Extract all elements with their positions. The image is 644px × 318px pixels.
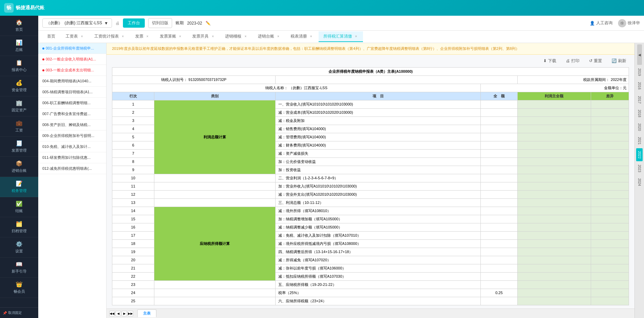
cell-lirun[interactable] — [517, 108, 591, 116]
panel-item-003[interactable]: 003-一般企业成本支出明细... — [38, 65, 106, 76]
tab-purchase-check-close[interactable]: × — [243, 34, 248, 39]
cell-quane[interactable] — [481, 174, 518, 182]
cell-lirun[interactable] — [517, 239, 591, 248]
sidebar-item-report[interactable]: 📋 报表中心 — [0, 56, 38, 76]
tab-salary-close[interactable]: × — [80, 34, 84, 39]
cell-quane[interactable] — [481, 264, 518, 272]
cell-chayi[interactable] — [591, 289, 629, 297]
cell-lirun[interactable] — [517, 280, 591, 289]
sidebar-item-asset[interactable]: 🏢 固定资产 — [0, 96, 38, 116]
panel-item-001[interactable]: 001-企业所得税年度纳税申... — [38, 43, 106, 54]
cell-quane[interactable] — [481, 256, 518, 264]
workbench-button[interactable]: 工作台 — [123, 18, 145, 28]
sidebar-item-tax[interactable]: 📝 税务管理 — [0, 177, 38, 197]
cell-chayi[interactable] — [591, 108, 629, 116]
tab-salary-stat-close[interactable]: × — [121, 34, 125, 39]
cell-chayi[interactable] — [591, 149, 629, 157]
tab-invoice-calc-close[interactable]: × — [178, 34, 182, 39]
tab-invoice-close[interactable]: × — [145, 34, 150, 39]
cell-quane[interactable] — [481, 116, 518, 125]
cell-lirun[interactable] — [517, 198, 591, 207]
cell-quane[interactable] — [481, 272, 518, 280]
cell-chayi[interactable] — [591, 100, 629, 108]
cell-quane[interactable] — [481, 108, 518, 116]
cell-quane[interactable] — [481, 149, 518, 157]
user-info[interactable]: 徐 徐泽华 — [618, 19, 640, 27]
cell-chayi[interactable] — [591, 256, 629, 264]
switch-button[interactable]: 切到旧版 — [148, 18, 172, 28]
sidebar-item-setting[interactable]: ⚙️ 设置 — [0, 237, 38, 258]
cell-chayi[interactable] — [591, 248, 629, 256]
cell-lirun[interactable] — [517, 207, 591, 215]
cell-lirun[interactable] — [517, 141, 591, 149]
sidebar-item-home[interactable]: 🏠 首页 — [0, 16, 38, 36]
tab-tax-calc[interactable]: 所得税汇算清缴 × — [319, 31, 363, 42]
tab-purchase-ledger-close[interactable]: × — [276, 34, 280, 39]
cell-chayi[interactable] — [591, 116, 629, 125]
year-2021[interactable]: 2021 — [636, 134, 643, 147]
tab-invoice[interactable]: 发票 × — [130, 31, 154, 42]
panel-item-008[interactable]: 008-资产折旧、摊销及纳税... — [38, 120, 106, 130]
sidebar-pin[interactable]: 📌 取消固定 — [0, 308, 38, 318]
cell-lirun[interactable] — [517, 157, 591, 166]
cell-quane[interactable] — [481, 223, 518, 231]
nav-prev[interactable]: ◀ — [115, 311, 121, 316]
year-2018[interactable]: 2018 — [636, 107, 643, 120]
nav-last[interactable]: ▶▶ — [128, 311, 133, 316]
cell-quane[interactable] — [481, 215, 518, 223]
tab-salary-stat[interactable]: 工资统计报表 × — [89, 31, 130, 42]
panel-item-005[interactable]: 005-纳税调整项目明细表(A1... — [38, 87, 106, 98]
panel-item-002[interactable]: 002-一般企业收入明细表(A1... — [38, 54, 106, 65]
cell-chayi[interactable] — [591, 174, 629, 182]
year-2016[interactable]: 2016 — [636, 79, 643, 92]
tab-invoice-calc[interactable]: 发票算账 × — [155, 31, 187, 42]
cell-quane[interactable] — [481, 207, 518, 215]
printer-icon[interactable]: 🖨 — [115, 21, 120, 26]
cell-quane[interactable] — [481, 239, 518, 248]
sidebar-item-salary[interactable]: 💼 工资 — [0, 116, 38, 137]
cell-chayi[interactable] — [591, 133, 629, 141]
cell-lirun[interactable] — [517, 215, 591, 223]
year-2017[interactable]: 2017 — [636, 93, 643, 106]
cell-chayi[interactable] — [591, 182, 629, 190]
cell-lirun[interactable] — [517, 100, 591, 108]
nav-first[interactable]: ◀◀ — [109, 311, 115, 316]
cell-chayi[interactable] — [591, 125, 629, 133]
cell-lirun[interactable] — [517, 223, 591, 231]
cell-quane[interactable] — [481, 166, 518, 174]
tab-tax-clear[interactable]: 税表清册 × — [286, 31, 318, 42]
cell-quane[interactable] — [481, 125, 518, 133]
cell-chayi[interactable] — [591, 215, 629, 223]
refresh-button[interactable]: 🔄 刷新 — [609, 57, 629, 65]
panel-item-007[interactable]: 007-广告费和业务宣传费超... — [38, 109, 106, 120]
tab-invoice-open-close[interactable]: × — [211, 34, 215, 39]
cell-quane[interactable] — [481, 248, 518, 256]
panel-item-011[interactable]: 011-研发费用加计扣除优惠... — [38, 152, 106, 163]
cell-lirun[interactable] — [517, 174, 591, 182]
cell-lirun[interactable] — [517, 231, 591, 239]
sidebar-item-member[interactable]: 👑 畅会员 — [0, 278, 38, 298]
cell-chayi[interactable] — [591, 280, 629, 289]
cell-lirun[interactable] — [517, 149, 591, 157]
tab-tax-calc-close[interactable]: × — [354, 34, 358, 39]
cell-quane[interactable] — [481, 157, 518, 166]
cell-chayi[interactable] — [591, 297, 629, 305]
cell-quane[interactable] — [481, 182, 518, 190]
cell-chayi[interactable] — [591, 141, 629, 149]
cell-chayi[interactable] — [591, 223, 629, 231]
cell-quane[interactable]: 0.25 — [481, 289, 518, 297]
cell-lirun[interactable] — [517, 166, 591, 174]
cell-quane[interactable] — [481, 231, 518, 239]
table-container[interactable]: 企业所得税年度纳税申报表（A类）主表(A100000) 纳税人识别号： 9132… — [107, 67, 634, 309]
download-button[interactable]: ⬇ 下载 — [541, 57, 559, 65]
cell-lirun[interactable] — [517, 297, 591, 305]
cell-quane[interactable] — [481, 198, 518, 207]
cell-lirun[interactable] — [517, 182, 591, 190]
tab-home[interactable]: 首页 — [42, 31, 60, 42]
cell-lirun[interactable] — [517, 190, 591, 198]
cell-chayi[interactable] — [591, 207, 629, 215]
reset-button[interactable]: ↺ 重置 — [586, 57, 605, 65]
period-edit-icon[interactable]: ✏️ — [206, 21, 211, 26]
year-2023[interactable]: 2023 — [636, 162, 643, 175]
tab-tax-clear-close[interactable]: × — [309, 34, 313, 39]
